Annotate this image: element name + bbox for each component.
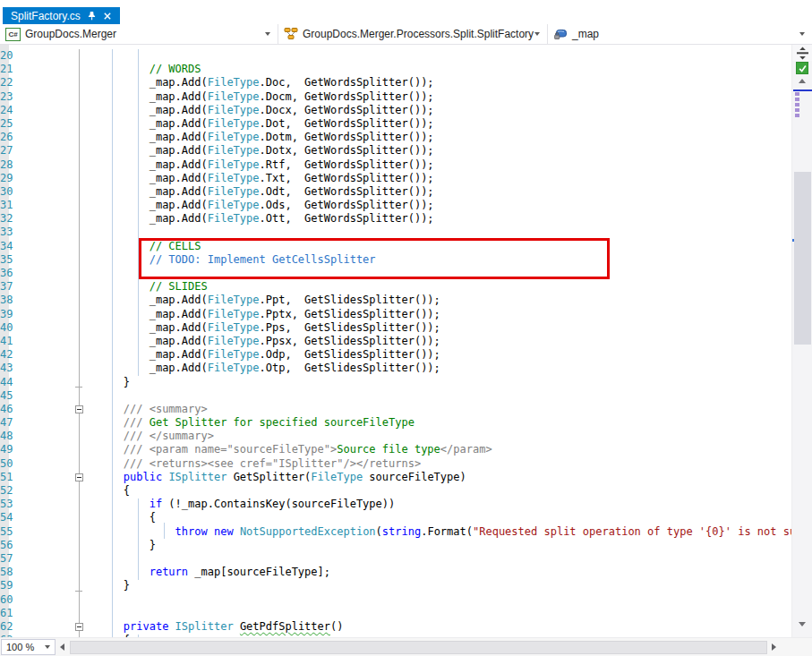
- scroll-right-arrow-icon[interactable]: [772, 643, 776, 651]
- code-line[interactable]: 56}: [0, 539, 812, 552]
- code-text: [72, 226, 86, 239]
- code-line[interactable]: 58return _map[sourceFileType];: [0, 566, 812, 579]
- splitter-grip-icon[interactable]: [792, 45, 812, 61]
- change-marker: [795, 103, 799, 106]
- horizontal-scrollbar-thumb[interactable]: [70, 641, 767, 654]
- project-dropdown[interactable]: C# GroupDocs.Merger: [0, 24, 278, 44]
- code-line[interactable]: 38_map.Add(FileType.Ppt, GetSlidesSplitt…: [0, 294, 812, 307]
- fold-collapse-box[interactable]: [75, 405, 83, 413]
- vertical-scrollbar-thumb[interactable]: [794, 172, 811, 345]
- code-line[interactable]: 37// SLIDES: [0, 280, 812, 294]
- line-number: 43: [0, 362, 9, 375]
- zoom-control[interactable]: 100 %: [1, 639, 56, 655]
- type-dropdown[interactable]: GroupDocs.Merger.Processors.Split.SplitF…: [278, 24, 548, 44]
- project-dropdown-label: GroupDocs.Merger: [25, 28, 116, 40]
- code-line[interactable]: 52{: [0, 484, 812, 498]
- code-line[interactable]: 54{: [0, 511, 812, 524]
- code-line[interactable]: 22_map.Add(FileType.Doc, GetWordsSplitte…: [0, 76, 812, 89]
- csharp-project-icon: C#: [5, 28, 21, 41]
- code-line[interactable]: 44}: [0, 376, 812, 389]
- chevron-down-icon: [534, 32, 540, 36]
- fold-collapse-box[interactable]: [75, 473, 83, 481]
- code-line[interactable]: 21// WORDS: [0, 63, 812, 76]
- line-number: 21: [0, 63, 9, 76]
- code-line[interactable]: 39_map.Add(FileType.Pptx, GetSlidesSplit…: [0, 308, 812, 321]
- code-line[interactable]: 24_map.Add(FileType.Docx, GetWordsSplitt…: [0, 104, 812, 117]
- code-line[interactable]: 60: [0, 593, 812, 607]
- scroll-up-arrow-icon[interactable]: [799, 79, 806, 83]
- code-text: if (!_map.ContainsKey(sourceFileType)): [72, 498, 150, 511]
- code-lines: 2021// WORDS22_map.Add(FileType.Doc, Get…: [0, 49, 812, 637]
- code-line[interactable]: 47/// Get Splitter for specified sourceF…: [0, 416, 812, 430]
- code-line[interactable]: 55throw new NotSupportedException(string…: [0, 525, 812, 539]
- code-line[interactable]: 40_map.Add(FileType.Pps, GetSlidesSplitt…: [0, 321, 812, 335]
- line-number: 52: [0, 484, 9, 498]
- annotation-box: [139, 238, 610, 279]
- line-number: 29: [0, 172, 9, 185]
- code-line[interactable]: 59}: [0, 579, 812, 592]
- code-line[interactable]: 32_map.Add(FileType.Ott, GetWordsSplitte…: [0, 212, 812, 226]
- line-number: 60: [0, 593, 9, 607]
- close-icon[interactable]: [103, 12, 112, 21]
- pin-icon[interactable]: [87, 11, 97, 21]
- line-number: 23: [0, 90, 9, 104]
- code-text: // CELLS: [72, 240, 150, 253]
- line-number: 42: [0, 348, 9, 362]
- line-number: 31: [0, 199, 9, 212]
- code-text: // TODO: Implement GetCellsSplitter: [72, 253, 150, 267]
- code-line[interactable]: 61: [0, 607, 812, 620]
- code-line[interactable]: 31_map.Add(FileType.Ods, GetWordsSplitte…: [0, 199, 812, 212]
- code-line[interactable]: 43_map.Add(FileType.Otp, GetSlidesSplitt…: [0, 362, 812, 375]
- code-line[interactable]: 53if (!_map.ContainsKey(sourceFileType)): [0, 498, 812, 511]
- code-text: _map.Add(FileType.Ott, GetWordsSplitter(…: [72, 212, 150, 226]
- code-line[interactable]: 48/// </summary>: [0, 430, 812, 443]
- code-text: _map.Add(FileType.Dotm, GetWordsSplitter…: [72, 131, 150, 144]
- vertical-scrollbar[interactable]: [791, 45, 812, 637]
- code-text: _map.Add(FileType.Dot, GetWordsSplitter(…: [72, 117, 150, 131]
- code-line[interactable]: 20: [0, 49, 812, 63]
- code-line[interactable]: 26_map.Add(FileType.Dotm, GetWordsSplitt…: [0, 131, 812, 144]
- line-number: 38: [0, 294, 9, 307]
- line-number: 46: [0, 403, 9, 416]
- code-text: return _map[sourceFileType];: [72, 566, 150, 579]
- line-number: 27: [0, 144, 9, 158]
- code-line[interactable]: 28_map.Add(FileType.Rtf, GetWordsSplitte…: [0, 158, 812, 172]
- code-line[interactable]: 41_map.Add(FileType.Ppsx, GetSlidesSplit…: [0, 335, 812, 348]
- line-number: 61: [0, 607, 9, 620]
- tab-splitfactory[interactable]: SplitFactory.cs: [3, 7, 120, 24]
- tab-title: SplitFactory.cs: [11, 10, 81, 22]
- code-health-check-icon[interactable]: [796, 62, 808, 74]
- line-number: 40: [0, 321, 9, 335]
- code-text: [72, 607, 86, 620]
- code-line[interactable]: 49/// <param name="sourceFileType">Sourc…: [0, 443, 812, 456]
- chevron-down-icon: [799, 32, 805, 36]
- fold-collapse-box[interactable]: [75, 623, 83, 631]
- code-line[interactable]: 30_map.Add(FileType.Odt, GetWordsSplitte…: [0, 185, 812, 199]
- scroll-left-arrow-icon[interactable]: [60, 643, 64, 651]
- line-number: 63: [0, 634, 9, 637]
- member-dropdown[interactable]: _map: [548, 24, 812, 44]
- code-line[interactable]: 63{: [0, 634, 812, 637]
- zoom-level: 100 %: [6, 642, 45, 652]
- code-text: _map.Add(FileType.Doc, GetWordsSplitter(…: [72, 76, 150, 89]
- line-number: 57: [0, 552, 9, 566]
- code-text: [72, 267, 86, 280]
- code-line[interactable]: 29_map.Add(FileType.Txt, GetWordsSplitte…: [0, 172, 812, 185]
- code-line[interactable]: 46/// <summary>: [0, 403, 812, 416]
- code-line[interactable]: 51public ISplitter GetSplitter(FileType …: [0, 471, 812, 484]
- code-editor[interactable]: 2021// WORDS22_map.Add(FileType.Doc, Get…: [0, 45, 812, 637]
- scroll-down-arrow-icon[interactable]: [799, 622, 806, 626]
- code-line[interactable]: 42_map.Add(FileType.Odp, GetSlidesSplitt…: [0, 348, 812, 362]
- code-line[interactable]: 25_map.Add(FileType.Dot, GetWordsSplitte…: [0, 117, 812, 131]
- code-text: _map.Add(FileType.Odt, GetWordsSplitter(…: [72, 185, 150, 199]
- code-line[interactable]: 23_map.Add(FileType.Docm, GetWordsSplitt…: [0, 90, 812, 104]
- code-text: }: [72, 579, 124, 592]
- class-icon: [284, 27, 298, 41]
- line-number: 44: [0, 376, 9, 389]
- code-line[interactable]: 45: [0, 389, 812, 403]
- code-line[interactable]: 50/// <returns><see cref="ISplitter"/></…: [0, 457, 812, 471]
- change-marker: [795, 108, 799, 112]
- code-line[interactable]: 27_map.Add(FileType.Dotx, GetWordsSplitt…: [0, 144, 812, 158]
- code-line[interactable]: 62private ISplitter GetPdfSplitter(): [0, 620, 812, 634]
- code-line[interactable]: 57: [0, 552, 812, 566]
